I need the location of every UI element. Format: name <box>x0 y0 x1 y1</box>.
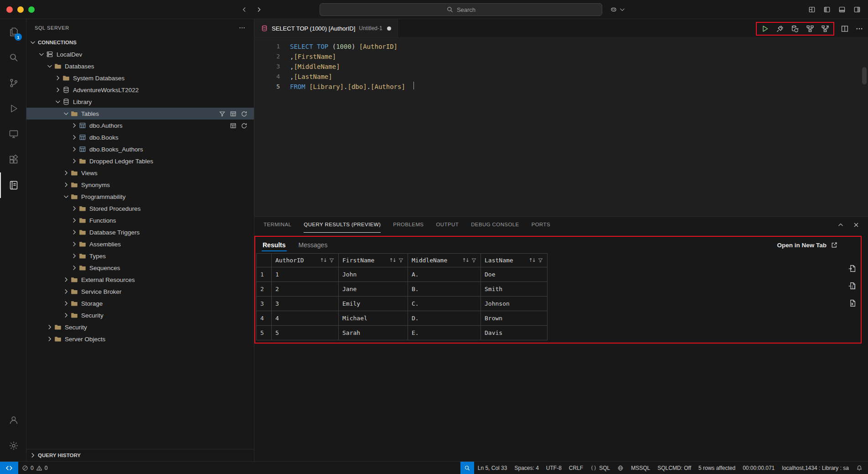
grid-row[interactable]: 11JohnA.Doe <box>257 267 548 282</box>
grid-corner-cell[interactable] <box>257 254 272 267</box>
split-editor-icon[interactable] <box>841 25 849 33</box>
close-window-button[interactable] <box>6 6 13 13</box>
tree-item-service-broker[interactable]: Service Broker <box>26 286 254 297</box>
activity-bar-item-extensions[interactable] <box>0 147 26 172</box>
row-number-cell[interactable]: 1 <box>257 267 272 282</box>
status-item-cursor-position[interactable]: Ln 5, Col 33 <box>474 462 511 474</box>
more-actions-icon[interactable] <box>855 25 863 33</box>
status-item-language-status[interactable] <box>614 462 627 474</box>
tree-item-server-objects[interactable]: Server Objects <box>26 333 254 345</box>
refresh-icon[interactable] <box>241 122 248 129</box>
grid-column-header-authorid[interactable]: AuthorID↑↓ <box>272 254 339 267</box>
tree-item-databases[interactable]: Databases <box>26 60 254 72</box>
problems-status[interactable]: 0 0 <box>18 462 51 474</box>
grid-row[interactable]: 22JaneB.Smith <box>257 282 548 297</box>
status-item-query-duration[interactable]: 00:00:00.071 <box>739 462 778 474</box>
panel-tab-terminal[interactable]: TERMINAL <box>264 217 291 233</box>
tree-item-dbo-authors[interactable]: dbo.Authors <box>26 120 254 131</box>
grid-cell[interactable]: D. <box>408 311 481 326</box>
connections-section-header[interactable]: CONNECTIONS <box>26 36 254 48</box>
row-number-cell[interactable]: 3 <box>257 297 272 311</box>
grid-cell[interactable]: 1 <box>272 267 339 282</box>
grid-cell[interactable]: Michael <box>339 311 408 326</box>
sort-icon[interactable]: ↑↓ <box>529 257 535 263</box>
run-icon[interactable] <box>761 25 769 33</box>
grid-cell[interactable]: B. <box>408 282 481 297</box>
grid-cell[interactable]: Doe <box>481 267 548 282</box>
grid-cell[interactable]: Davis <box>481 326 548 340</box>
grid-cell[interactable]: John <box>339 267 408 282</box>
sort-icon[interactable]: ↑↓ <box>320 257 326 263</box>
row-number-cell[interactable]: 2 <box>257 282 272 297</box>
command-center-search[interactable]: Search <box>320 3 602 16</box>
refresh-icon[interactable] <box>241 110 248 117</box>
tree-item-security[interactable]: Security <box>26 321 254 333</box>
activity-bar-item-remote-explorer[interactable] <box>0 121 26 147</box>
tree-item-system-databases[interactable]: System Databases <box>26 72 254 84</box>
activity-bar-item-accounts[interactable] <box>0 407 26 433</box>
tree-item-adventureworkslt2022[interactable]: AdventureWorksLT2022 <box>26 84 254 96</box>
sort-icon[interactable]: ↑↓ <box>462 257 469 263</box>
layout-panel-icon[interactable] <box>838 6 846 13</box>
grid-row[interactable]: 33EmilyC.Johnson <box>257 297 548 311</box>
status-item-language-mode[interactable]: SQL <box>587 462 614 474</box>
save-excel-icon[interactable] <box>848 299 857 307</box>
status-item-notifications[interactable] <box>852 462 866 474</box>
table-grid-icon[interactable] <box>230 110 237 117</box>
status-item-eol[interactable]: CRLF <box>565 462 587 474</box>
editor-scrollbar[interactable] <box>862 67 867 84</box>
tree-item-storage[interactable]: Storage <box>26 297 254 309</box>
grid-cell[interactable]: C. <box>408 297 481 311</box>
grid-column-header-lastname[interactable]: LastName↑↓ <box>481 254 548 267</box>
grid-cell[interactable]: Smith <box>481 282 548 297</box>
back-icon[interactable] <box>241 6 248 13</box>
activity-bar-item-sql-server[interactable] <box>0 172 26 198</box>
tree-item-dropped-ledger-tables[interactable]: Dropped Ledger Tables <box>26 155 254 167</box>
activity-bar-item-explorer[interactable]: 1 <box>0 19 26 45</box>
close-icon[interactable] <box>852 221 860 229</box>
disconnect-icon[interactable] <box>776 25 784 33</box>
grid-row[interactable]: 44MichaelD.Brown <box>257 311 548 326</box>
query-history-section-header[interactable]: QUERY HISTORY <box>26 449 254 461</box>
estimated-plan-icon[interactable] <box>806 25 814 33</box>
grid-cell[interactable]: Jane <box>339 282 408 297</box>
tree-item-views[interactable]: Views <box>26 167 254 179</box>
filter-icon[interactable] <box>329 257 335 263</box>
sort-icon[interactable]: ↑↓ <box>389 257 396 263</box>
change-connection-icon[interactable] <box>791 25 799 33</box>
row-number-cell[interactable]: 4 <box>257 311 272 326</box>
grid-cell[interactable]: Sarah <box>339 326 408 340</box>
results-tab-results[interactable]: Results <box>263 237 286 253</box>
grid-row[interactable]: 55SarahE.Davis <box>257 326 548 340</box>
status-item-rows-affected[interactable]: 5 rows affected <box>695 462 739 474</box>
tree-item-assemblies[interactable]: Assemblies <box>26 238 254 250</box>
tree-item-dbo-books[interactable]: dbo.Books <box>26 131 254 143</box>
row-number-cell[interactable]: 5 <box>257 326 272 340</box>
filter-icon[interactable] <box>219 110 226 117</box>
grid-cell[interactable]: E. <box>408 326 481 340</box>
zoom-window-button[interactable] <box>28 6 35 13</box>
modified-dot-icon[interactable] <box>387 26 391 31</box>
tree-item-sequences[interactable]: Sequences <box>26 262 254 274</box>
actual-plan-icon[interactable] <box>821 25 829 33</box>
grid-cell[interactable]: 2 <box>272 282 339 297</box>
tree-item-synonyms[interactable]: Synonyms <box>26 179 254 191</box>
grid-column-header-firstname[interactable]: FirstName↑↓ <box>339 254 408 267</box>
tree-item-database-triggers[interactable]: Database Triggers <box>26 226 254 238</box>
status-item-encoding[interactable]: UTF-8 <box>542 462 565 474</box>
panel-tab-output[interactable]: OUTPUT <box>436 217 459 233</box>
tree-item-external-resources[interactable]: External Resources <box>26 274 254 286</box>
copilot-menu[interactable] <box>610 0 626 19</box>
open-in-new-tab-button[interactable]: Open in New Tab <box>777 241 853 249</box>
tree-item-dbo-books-authors[interactable]: dbo.Books_Authors <box>26 143 254 155</box>
status-item-connection-info[interactable]: localhost,1434 : Library : sa <box>778 462 852 474</box>
status-item-sqlcmd-status[interactable]: SQLCMD: Off <box>654 462 695 474</box>
grid-cell[interactable]: A. <box>408 267 481 282</box>
chevron-up-icon[interactable] <box>837 221 844 229</box>
tree-item-types[interactable]: Types <box>26 250 254 262</box>
save-csv-icon[interactable] <box>848 264 857 273</box>
layout-sidebar-left-icon[interactable] <box>823 6 831 13</box>
panel-tab-ports[interactable]: PORTS <box>532 217 550 233</box>
tree-item-localdev[interactable]: LocalDev <box>26 48 254 60</box>
status-item-mssql-provider[interactable]: MSSQL <box>627 462 654 474</box>
